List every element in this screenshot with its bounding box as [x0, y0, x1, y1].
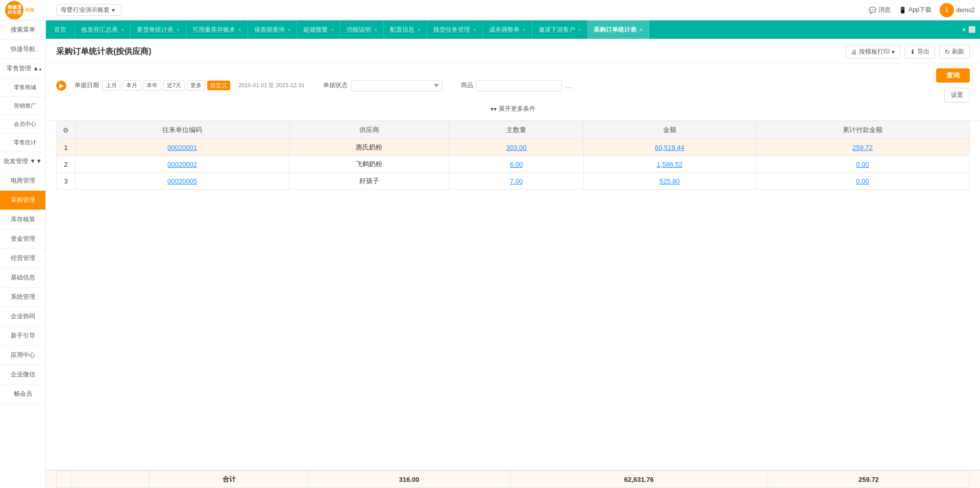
app-download-button[interactable]: 📱 App下载: [899, 6, 932, 14]
status-select[interactable]: [351, 80, 443, 91]
row-quantity[interactable]: 7.00: [449, 173, 584, 190]
sidebar-item-retail-stats[interactable]: 零售统计: [0, 134, 45, 152]
filter-area: ▶ 单据日期 上月 本月 本年 近7天 更多 自定义: [46, 63, 980, 121]
tab-pick-task[interactable]: 拣货任务管理 ×: [427, 20, 483, 39]
sidebar-item-newbie[interactable]: 新手引导: [0, 326, 45, 346]
row-amount[interactable]: 60,519.44: [583, 139, 755, 156]
sidebar-item-search[interactable]: 搜索菜单: [0, 20, 45, 40]
sidebar-item-inventory[interactable]: 库存核算: [0, 210, 45, 229]
tab-close-icon[interactable]: ×: [121, 27, 124, 33]
row-paid[interactable]: 0.00: [755, 156, 969, 173]
footer-label: [72, 471, 150, 488]
tab-order-stats[interactable]: 要货单统计表 ×: [131, 20, 186, 39]
row-code[interactable]: 00020001: [76, 139, 289, 156]
date-btn-this-year[interactable]: 本年: [143, 80, 161, 91]
tab-close-icon[interactable]: ×: [331, 27, 334, 33]
settings-button[interactable]: 设置: [944, 88, 970, 102]
row-quantity[interactable]: 303.00: [449, 139, 584, 156]
row-code[interactable]: 00020005: [76, 173, 289, 190]
tab-close-icon[interactable]: ×: [578, 27, 581, 33]
query-button[interactable]: 查询: [936, 68, 970, 83]
status-label: 单据状态: [323, 81, 348, 90]
th-settings[interactable]: ⚙: [57, 121, 76, 139]
date-btn-this-month[interactable]: 本月: [122, 80, 141, 91]
sidebar-item-purchase[interactable]: 采购管理: [0, 191, 45, 210]
sidebar-item-finance[interactable]: 资金管理: [0, 229, 45, 249]
tab-close-icon[interactable]: ×: [473, 27, 476, 33]
tab-close-icon[interactable]: ×: [177, 27, 180, 33]
user-menu[interactable]: E demo2: [940, 3, 975, 17]
top-bar: 畅捷通好生意 标版 母婴行业演示账套 ▾ 💬 消息 📱 App下载 E: [0, 0, 980, 20]
more-dots-icon[interactable]: …: [565, 81, 573, 90]
page-header: 采购订单统计表(按供应商) 🖨 按模板打印 ▾ ⬇ 导出 ↻: [46, 39, 980, 63]
column-settings-icon[interactable]: ⚙: [63, 126, 69, 134]
th-quantity: 主数量: [449, 121, 584, 139]
sidebar-item-member[interactable]: 会员中心: [0, 115, 45, 134]
tab-func-desc[interactable]: 功能说明 ×: [340, 20, 384, 39]
sidebar-item-wechat[interactable]: 企业微信: [0, 365, 45, 384]
tab-close-icon[interactable]: ×: [523, 27, 526, 33]
logo-area: 畅捷通好生意 标版: [5, 1, 51, 19]
tab-invite-downstream[interactable]: 邀请下游客户 ×: [532, 20, 588, 39]
sidebar-item-app-center[interactable]: 应用中心: [0, 346, 45, 365]
tab-close-icon[interactable]: ×: [238, 27, 241, 33]
tab-stock-summary[interactable]: 收发存汇总表 ×: [75, 20, 131, 39]
top-bar-right: 💬 消息 📱 App下载 E demo2: [869, 3, 975, 17]
sidebar-item-system[interactable]: 系统管理: [0, 288, 45, 307]
tab-config[interactable]: 配置信息 ×: [384, 20, 427, 39]
message-button[interactable]: 💬 消息: [869, 6, 891, 14]
tab-close-icon[interactable]: ×: [374, 27, 377, 33]
export-icon: ⬇: [910, 48, 915, 56]
footer-paid: 259.72: [768, 471, 969, 488]
table-footer: 合计 316.00 62,631.76 259.72: [46, 470, 980, 488]
goods-label: 商品: [461, 81, 473, 90]
row-amount[interactable]: 1,586.52: [583, 156, 755, 173]
th-paid: 累计付款金额: [755, 121, 969, 139]
tab-cost-adjust[interactable]: 成本调整单 ×: [483, 20, 532, 39]
tab-home[interactable]: 首页: [46, 20, 75, 39]
tab-available-stock[interactable]: 可用量库存账本 ×: [186, 20, 248, 39]
print-dropdown-icon: ▾: [892, 48, 895, 56]
date-btn-7days[interactable]: 近7天: [163, 80, 185, 91]
tab-close-icon[interactable]: ×: [640, 27, 643, 33]
sidebar-item-quicknav[interactable]: 快捷导航: [0, 40, 45, 59]
row-supplier: 飞鹤奶粉: [289, 156, 449, 173]
workspace-selector[interactable]: 母婴行业演示账套 ▾: [56, 4, 121, 16]
tab-overstock[interactable]: 超储预警 ×: [297, 20, 340, 39]
date-btn-last-month[interactable]: 上月: [102, 80, 120, 91]
row-supplier: 惠氏奶粉: [289, 139, 449, 156]
row-paid[interactable]: 0.00: [755, 173, 969, 190]
sidebar-item-wholesale[interactable]: 批发管理 ▼: [0, 152, 45, 171]
print-button[interactable]: 🖨 按模板打印 ▾: [845, 45, 900, 59]
row-amount[interactable]: 525.80: [583, 173, 755, 190]
tab-purchase-stats[interactable]: 采购订单统计表 ×: [587, 20, 649, 39]
refresh-button[interactable]: ↻ 刷新: [939, 45, 970, 59]
main-area: 搜索菜单 快捷导航 零售管理 ▲ 零售商城 营销推广 会员中心 零售统计 批发管…: [0, 20, 980, 488]
tab-close-icon[interactable]: ×: [418, 27, 421, 33]
sidebar-item-corp-collab[interactable]: 企业协同: [0, 307, 45, 326]
tab-expiry[interactable]: 保质期查询 ×: [248, 20, 298, 39]
export-button[interactable]: ⬇ 导出: [904, 45, 935, 59]
sidebar-item-operation[interactable]: 经营管理: [0, 249, 45, 268]
sidebar-item-retail-store[interactable]: 零售商城: [0, 79, 45, 97]
th-code: 往来单位编码: [76, 121, 289, 139]
row-quantity[interactable]: 6.00: [449, 156, 584, 173]
content-area: 首页 收发存汇总表 × 要货单统计表 × 可用量库存账本 × 保质期查询 × 超…: [46, 20, 980, 488]
row-paid[interactable]: 259.72: [755, 139, 969, 156]
sidebar-item-marketing[interactable]: 营销推广: [0, 97, 45, 115]
chevron-down-icon: ▾▾: [491, 106, 497, 113]
sidebar-item-retail-mgmt[interactable]: 零售管理 ▲: [0, 59, 45, 79]
logo-text: 畅捷通好生意: [8, 5, 21, 15]
sidebar-item-basic[interactable]: 基础信息: [0, 268, 45, 288]
sidebar-item-vip[interactable]: 畅会员: [0, 384, 45, 404]
tab-close-icon[interactable]: ×: [288, 27, 291, 33]
expand-more-button[interactable]: ▾▾ 展开更多条件: [491, 105, 535, 113]
row-index: 1: [57, 139, 76, 156]
row-code[interactable]: 00020002: [76, 156, 289, 173]
tab-close-window-icon[interactable]: ×: [962, 25, 966, 34]
filter-toggle-button[interactable]: ▶: [56, 81, 66, 91]
goods-input[interactable]: [476, 80, 562, 91]
date-btn-more[interactable]: 更多: [187, 80, 205, 91]
tab-maximize-icon[interactable]: ⬜: [968, 26, 976, 33]
sidebar-item-ecommerce[interactable]: 电商管理: [0, 171, 45, 191]
